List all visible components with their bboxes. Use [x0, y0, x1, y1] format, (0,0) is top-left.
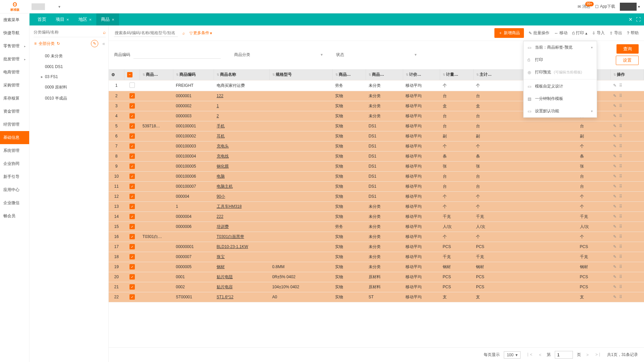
edit-row-icon[interactable]: ✎ — [613, 264, 616, 269]
product-name-link[interactable]: 手机 — [217, 124, 225, 128]
column-header[interactable]: ⇅计量… — [440, 69, 473, 80]
table-row[interactable]: 11✓000100007电脑主机实物DS1移动平均台台台✎⠿ — [109, 181, 644, 191]
close-icon[interactable]: × — [89, 17, 92, 22]
query-button[interactable]: 查询 — [616, 44, 639, 54]
refresh-icon[interactable]: ↻ — [57, 41, 60, 46]
move-button[interactable]: ↔移动 — [554, 30, 568, 36]
edit-row-icon[interactable]: ✎ — [613, 174, 616, 179]
sidebar-item[interactable]: 新手引导 — [0, 170, 29, 183]
row-checkbox[interactable]: ✓ — [129, 214, 135, 219]
sort-icon[interactable]: ⇅ — [613, 73, 616, 76]
row-checkbox[interactable]: ✓ — [129, 254, 135, 259]
tree-all-label[interactable]: 全部分类 — [39, 41, 55, 47]
table-row[interactable]: 18✓0000007珠宝实物未分类移动平均千克千克千克✎⠿ — [109, 252, 644, 262]
product-name-link[interactable]: BLD10-23-1.1KW — [217, 244, 248, 249]
tab[interactable]: 首页 — [33, 13, 51, 25]
next-page-button[interactable]: > — [585, 353, 590, 357]
product-name-link[interactable]: 充电头 — [217, 144, 229, 148]
table-row[interactable]: 17✓00000001BLD10-23-1.1KW实物未分类移动平均PCSPCS… — [109, 242, 644, 252]
edit-row-icon[interactable]: ✎ — [613, 234, 616, 239]
sidebar-item[interactable]: 畅会员 — [0, 209, 29, 223]
more-row-icon[interactable]: ⠿ — [619, 264, 622, 269]
set-default[interactable]: ▭ 设置默认功能 ▾ — [524, 105, 597, 117]
table-row[interactable]: 7✓000100003充电头实物DS1移动平均个个个✎⠿ — [109, 141, 644, 151]
edit-row-icon[interactable]: ✎ — [613, 134, 616, 138]
table-row[interactable]: 13✓1工具车HM318实物未分类移动平均个个个✎⠿ — [109, 201, 644, 212]
table-row[interactable]: 22✓ST00001ST1.6*12A0实物ST移动平均支支支✎⠿ — [109, 292, 644, 302]
table-row[interactable]: 10✓000100006电脑实物DS1移动平均台台台✎⠿ — [109, 171, 644, 181]
row-checkbox[interactable]: ✓ — [129, 133, 135, 139]
close-tab-icon[interactable]: ✕ — [629, 17, 633, 22]
column-header[interactable]: ⇅规格型号 — [270, 69, 333, 80]
more-row-icon[interactable]: ⠿ — [619, 234, 622, 239]
gear-icon[interactable]: ⚙ — [111, 72, 115, 77]
product-name-link[interactable]: 耳机 — [217, 134, 225, 138]
sidebar-item[interactable]: 基础信息 — [0, 131, 29, 144]
product-name-link[interactable]: 122 — [217, 94, 223, 98]
table-row[interactable]: 19✓0000005钢材0.8MM实物未分类移动平均钢材钢材钢材✎⠿ — [109, 262, 644, 272]
row-checkbox[interactable]: ✓ — [129, 184, 135, 189]
user-menu[interactable]: ▾ — [620, 3, 640, 11]
filter-category[interactable]: 商品分类 ▾ — [234, 52, 323, 58]
row-checkbox[interactable]: ✓ — [129, 194, 135, 199]
template-quick[interactable]: ▤ 一分钟制作模板 — [524, 93, 597, 105]
edit-tree-button[interactable]: ✎ — [91, 40, 98, 47]
more-filters-button[interactable]: ▽ 更多条件 ▾ — [190, 30, 212, 36]
product-name-link[interactable]: 贴片电容 — [217, 285, 233, 289]
select-all-checkbox[interactable]: − — [127, 72, 132, 77]
row-checkbox[interactable]: ✓ — [129, 294, 135, 300]
close-icon[interactable]: × — [112, 17, 114, 22]
tab[interactable]: 地区× — [74, 13, 97, 25]
org-selector[interactable]: ▾ — [28, 2, 64, 11]
last-page-button[interactable]: >丨 — [594, 352, 603, 358]
sort-icon[interactable]: ⇅ — [406, 73, 409, 76]
collapse-tree-icon[interactable]: « — [100, 41, 105, 46]
sort-icon[interactable]: ⇅ — [272, 73, 275, 76]
print-action[interactable]: ⎙ 打印 — [524, 54, 597, 66]
tree-node[interactable]: 00 未分类 — [34, 51, 106, 62]
column-header[interactable]: ⇅商品… — [366, 69, 403, 80]
more-row-icon[interactable]: ⠿ — [619, 204, 622, 209]
sidebar-item[interactable]: 系统管理 — [0, 144, 29, 157]
sort-icon[interactable]: ⇅ — [335, 73, 338, 76]
sort-icon[interactable]: ⇅ — [143, 73, 145, 76]
more-row-icon[interactable]: ⠿ — [619, 194, 622, 199]
row-checkbox[interactable]: ✓ — [129, 164, 135, 169]
product-name-link[interactable]: ST1.6*12 — [217, 295, 233, 299]
edit-row-icon[interactable]: ✎ — [613, 164, 616, 169]
batch-button[interactable]: ✎批量操作 — [529, 30, 549, 36]
table-row[interactable]: 14✓0000004222实物未分类移动平均千克千克千克✎⠿ — [109, 212, 644, 222]
expand-icon[interactable]: ▸ — [40, 74, 44, 79]
table-row[interactable]: 15✓0000006培训费劳务未分类移动平均人/次人/次人/次✎⠿ — [109, 222, 644, 232]
sidebar-item[interactable]: 库存核算 — [0, 92, 29, 105]
more-row-icon[interactable]: ⠿ — [619, 104, 622, 108]
edit-row-icon[interactable]: ✎ — [613, 194, 616, 199]
sort-icon[interactable]: ⇅ — [176, 73, 179, 76]
product-name-link[interactable]: 电脑 — [217, 174, 225, 179]
edit-row-icon[interactable]: ✎ — [613, 184, 616, 189]
more-row-icon[interactable]: ⠿ — [619, 295, 622, 299]
sidebar-item[interactable]: 批发管理▸ — [0, 53, 29, 66]
table-row[interactable]: 21✓0002贴片电容104±10% 0402实物原材料移动平均PCSPCSPC… — [109, 282, 644, 292]
table-row[interactable]: 6✓000100002耳机实物DS1移动平均副副副✎⠿ — [109, 131, 644, 141]
product-name-link[interactable]: 钢化膜 — [217, 164, 229, 169]
more-row-icon[interactable]: ⠿ — [619, 254, 622, 259]
edit-row-icon[interactable]: ✎ — [613, 94, 616, 98]
table-row[interactable]: 8✓000100004充电线实物DS1移动平均条条条✎⠿ — [109, 151, 644, 161]
filter-status[interactable]: 状态 ▾ — [336, 52, 417, 58]
add-product-button[interactable]: ＋ 新增商品 — [494, 28, 524, 38]
table-row[interactable]: 9✓000100005钢化膜实物DS1移动平均张张张✎⠿ — [109, 161, 644, 171]
template-custom[interactable]: ▭ 模板自定义设计 — [524, 80, 597, 93]
row-checkbox[interactable]: ✓ — [129, 224, 135, 229]
table-row[interactable]: 16✓T0301白…T0301白面黑带实物未分类移动平均个个个✎⠿ — [109, 232, 644, 242]
table-row[interactable]: 5✓539718…000100001手机实物DS1移动平均台台台✎⠿ — [109, 121, 644, 131]
product-name-link[interactable]: 充电线 — [217, 154, 229, 159]
more-row-icon[interactable]: ⠿ — [619, 144, 622, 148]
edit-row-icon[interactable]: ✎ — [613, 285, 616, 289]
row-checkbox[interactable]: ✓ — [129, 93, 135, 99]
sort-icon[interactable]: ⇅ — [369, 73, 371, 76]
product-name-link[interactable]: 222 — [217, 214, 223, 219]
column-header[interactable]: ⇅计价… — [403, 69, 440, 80]
sidebar-item[interactable]: 搜索菜单 — [0, 13, 29, 26]
more-row-icon[interactable]: ⠿ — [619, 224, 622, 229]
